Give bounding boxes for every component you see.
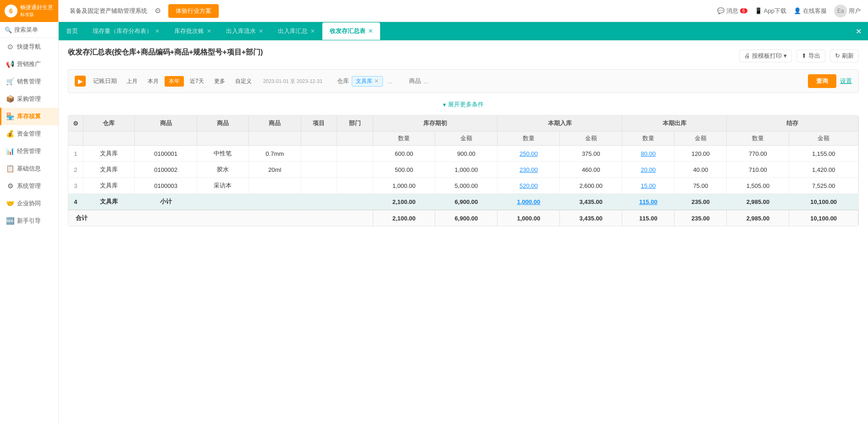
filter-expand-btn[interactable]: ▶ bbox=[75, 76, 86, 87]
data-table: ⚙ 仓库 商品 商品 商品 项目 部门 库存期初 本期入库 本期出库 结存 bbox=[68, 115, 859, 226]
table-col-settings[interactable]: ⚙ bbox=[68, 115, 83, 132]
settings-gear-icon[interactable]: ⚙ bbox=[155, 6, 161, 15]
tab-bar: 首页 现存量（库存分布表） ✕ 库存批次账 ✕ 出入库流水 ✕ 出入库汇总 ✕ … bbox=[59, 22, 868, 40]
row-code: 0100003 bbox=[135, 178, 197, 194]
col-sub-dept bbox=[337, 132, 373, 146]
sidebar-item-purchase[interactable]: 📦 采购管理 bbox=[0, 90, 58, 108]
tab-inventory-dist-close[interactable]: ✕ bbox=[155, 28, 160, 34]
row-warehouse: 文具库 bbox=[83, 162, 135, 178]
search-label: 搜索菜单 bbox=[14, 26, 38, 34]
goods-more-btn[interactable]: ... bbox=[424, 78, 429, 85]
inventory-icon: 🏪 bbox=[6, 112, 14, 121]
subtotal-out-qty[interactable]: 115.00 bbox=[622, 194, 674, 210]
tab-in-out-summary-close[interactable]: ✕ bbox=[310, 28, 315, 34]
row-open-qty: 600.00 bbox=[373, 146, 435, 162]
row-in-qty[interactable]: 250.00 bbox=[498, 146, 560, 162]
finance-icon: 💰 bbox=[6, 130, 14, 138]
date-btn-custom[interactable]: 自定义 bbox=[231, 76, 256, 87]
subtotal-in-qty[interactable]: 1,000.00 bbox=[498, 194, 560, 210]
row-bal-qty: 1,505.00 bbox=[727, 178, 789, 194]
col-dept: 部门 bbox=[337, 115, 373, 132]
expand-label: 展开更多条件 bbox=[448, 100, 484, 109]
date-btn-7days[interactable]: 近7天 bbox=[186, 76, 208, 87]
sidebar-item-system[interactable]: ⚙ 系统管理 bbox=[0, 177, 58, 195]
sidebar-item-sales[interactable]: 🛒 销售管理 bbox=[0, 73, 58, 90]
row-out-qty[interactable]: 80.00 bbox=[622, 146, 674, 162]
tab-batch-account-close[interactable]: ✕ bbox=[207, 28, 211, 34]
subtotal-sublabel: 小计 bbox=[135, 194, 197, 210]
print-dropdown-icon: ▾ bbox=[784, 52, 787, 59]
sidebar-item-finance[interactable]: 💰 资金管理 bbox=[0, 125, 58, 143]
date-btn-this-year[interactable]: 本年 bbox=[165, 76, 184, 87]
enterprise-icon: 🤝 bbox=[6, 199, 14, 208]
query-btn[interactable]: 查询 bbox=[808, 74, 836, 88]
online-service-label: 在线客服 bbox=[803, 7, 827, 15]
row-num: 1 bbox=[68, 146, 83, 162]
tab-inventory-dist[interactable]: 现存量（库存分布表） ✕ bbox=[85, 22, 167, 40]
row-in-amt: 2,600.00 bbox=[560, 178, 622, 194]
sidebar-logo: 6 畅捷通好生意 标准版 bbox=[0, 0, 58, 22]
messages-btn[interactable]: 💬 消息 6 bbox=[717, 7, 747, 15]
try-btn[interactable]: 体验行业方案 bbox=[168, 4, 219, 18]
date-btn-more[interactable]: 更多 bbox=[210, 76, 229, 87]
tab-receive-summary-close[interactable]: ✕ bbox=[368, 28, 373, 34]
marketing-icon: 📢 bbox=[6, 60, 14, 68]
warehouse-tag-label: 文具库 bbox=[356, 77, 372, 85]
row-out-qty[interactable]: 15.00 bbox=[622, 178, 674, 194]
refresh-btn[interactable]: ↻ 刷新 bbox=[830, 49, 859, 62]
warehouse-more-btn[interactable]: ... bbox=[386, 78, 394, 85]
row-dept bbox=[337, 178, 373, 194]
row-in-qty[interactable]: 520.00 bbox=[498, 178, 560, 194]
online-service-btn[interactable]: 👤 在线客服 bbox=[794, 7, 827, 15]
row-name: 胶水 bbox=[197, 162, 249, 178]
row-name: 中性笔 bbox=[197, 146, 249, 162]
tab-in-out-summary[interactable]: 出入库汇总 ✕ bbox=[271, 22, 322, 40]
tab-inventory-dist-label: 现存量（库存分布表） bbox=[93, 27, 152, 35]
tab-receive-summary[interactable]: 收发存汇总表 ✕ bbox=[322, 22, 380, 40]
total-open-amt: 6,900.00 bbox=[435, 210, 498, 226]
base-info-icon: 📋 bbox=[6, 165, 14, 173]
row-open-amt: 900.00 bbox=[435, 146, 498, 162]
export-icon: ⬆ bbox=[802, 52, 807, 59]
app-download-label: App下载 bbox=[764, 7, 786, 15]
export-btn[interactable]: ⬆ 导出 bbox=[796, 49, 825, 62]
operations-label: 经营管理 bbox=[17, 147, 41, 155]
sidebar-item-operations[interactable]: 📊 经营管理 bbox=[0, 143, 58, 160]
col-warehouse: 仓库 bbox=[83, 115, 135, 132]
sidebar-item-inventory[interactable]: 🏪 库存核算 bbox=[0, 108, 58, 125]
tab-bar-close-btn[interactable]: ✕ bbox=[849, 22, 868, 40]
col-open-amt: 金额 bbox=[435, 132, 498, 146]
sidebar-item-marketing[interactable]: 📢 营销推广 bbox=[0, 55, 58, 73]
tab-in-out-flow-close[interactable]: ✕ bbox=[259, 28, 263, 34]
subtotal-col4 bbox=[249, 194, 301, 210]
tab-home[interactable]: 首页 bbox=[59, 22, 85, 40]
filter-warehouse: 仓库 文具库 ✕ ... bbox=[337, 76, 394, 87]
sidebar-item-base-info[interactable]: 📋 基础信息 bbox=[0, 160, 58, 177]
sidebar-item-quick-nav[interactable]: ⊙ 快捷导航 bbox=[0, 38, 58, 55]
col-spec: 商品 bbox=[249, 115, 301, 132]
tab-in-out-flow[interactable]: 出入库流水 ✕ bbox=[219, 22, 271, 40]
row-out-qty[interactable]: 20.00 bbox=[622, 162, 674, 178]
row-in-qty[interactable]: 230.00 bbox=[498, 162, 560, 178]
finance-label: 资金管理 bbox=[17, 130, 41, 138]
row-dept bbox=[337, 162, 373, 178]
print-btn[interactable]: 🖨 按模板打印 ▾ bbox=[739, 49, 792, 62]
total-out-amt: 235.00 bbox=[674, 210, 727, 226]
search-menu[interactable]: 🔍 搜索菜单 bbox=[0, 22, 58, 38]
sidebar-item-enterprise[interactable]: 🤝 企业协同 bbox=[0, 195, 58, 212]
table-settings-link[interactable]: 设置 bbox=[840, 77, 852, 85]
user-btn[interactable]: Ea 用户 bbox=[834, 5, 861, 17]
date-btn-last-month[interactable]: 上月 bbox=[122, 76, 142, 87]
app-download-btn[interactable]: 📱 App下载 bbox=[755, 7, 786, 15]
row-bal-qty: 710.00 bbox=[727, 162, 789, 178]
col-out-qty: 数量 bbox=[622, 132, 674, 146]
date-btn-this-month[interactable]: 本月 bbox=[144, 76, 163, 87]
warehouse-tag-close[interactable]: ✕ bbox=[374, 78, 379, 84]
row-code: 0100002 bbox=[135, 162, 197, 178]
expand-conditions-btn[interactable]: ▾ 展开更多条件 bbox=[68, 99, 859, 110]
sidebar-item-guide[interactable]: 🆕 新手引导 bbox=[0, 212, 58, 230]
col-bal-qty: 数量 bbox=[727, 132, 789, 146]
subtotal-col5 bbox=[301, 194, 337, 210]
marketing-label: 营销推广 bbox=[17, 60, 41, 68]
tab-batch-account[interactable]: 库存批次账 ✕ bbox=[167, 22, 219, 40]
